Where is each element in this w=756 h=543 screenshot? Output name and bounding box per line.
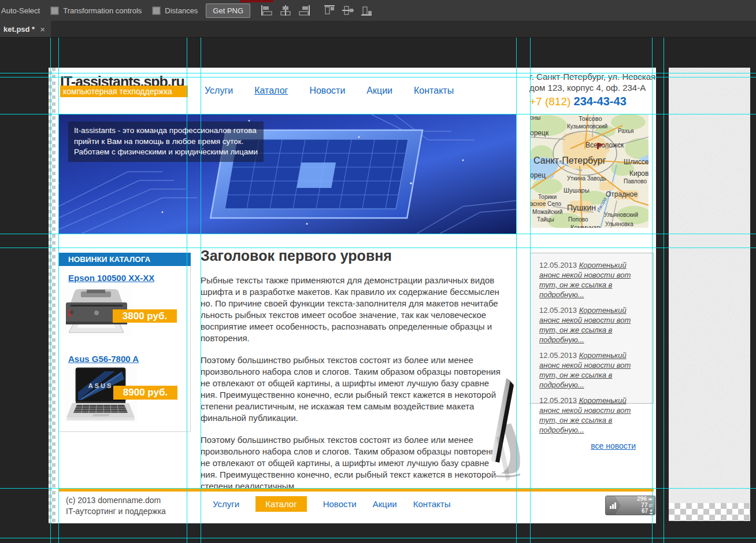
guide[interactable] (0, 538, 756, 538)
visit-counter[interactable]: 296 77⇄ 67 (605, 496, 655, 515)
titlebar-red-strip (240, 0, 273, 2)
phone-code: +7 (812) (529, 95, 570, 108)
guide[interactable] (530, 37, 531, 543)
hero-text: It-assistants - это команда профессионал… (68, 121, 264, 162)
footer-nav-akcii[interactable]: Акции (373, 499, 397, 509)
footer-divider (58, 489, 654, 492)
nav-kontakty[interactable]: Контакты (414, 86, 454, 96)
guide[interactable] (0, 77, 756, 77)
map-label: Уткина Заводь (567, 175, 606, 182)
news-item: 12.05.2013 Коротенький анонс некой новос… (539, 350, 648, 390)
map-label: Попово (568, 216, 588, 223)
guide[interactable] (201, 37, 201, 543)
news-item: 12.05.2013 Коротенький анонс некой новос… (539, 396, 648, 435)
nav-uslugi[interactable]: Услуги (205, 86, 233, 96)
nav-akcii[interactable]: Акции (366, 86, 392, 96)
get-png-button[interactable]: Get PNG (206, 3, 250, 18)
map-label: Павлово (624, 178, 647, 184)
map-label: Киров (629, 169, 648, 178)
article-title: Заголовок первого уровня (201, 248, 490, 264)
transparency-checker-bottom (669, 503, 750, 521)
checkbox-icon[interactable] (152, 6, 161, 15)
align-middle-vertical-icon[interactable] (342, 5, 354, 16)
tab-close-icon[interactable]: × (40, 25, 45, 34)
guide[interactable] (0, 488, 756, 489)
document-tab-title: ket.psd * (3, 25, 35, 34)
document-tabbar: ket.psd * × (0, 21, 756, 38)
website-mockup: IT-assistants.spb.ru компьютерная техпод… (55, 68, 656, 523)
guide[interactable] (187, 37, 187, 543)
transparency-checker-left (49, 68, 55, 523)
map-label: Ульяновский (604, 212, 638, 218)
map-label: орецк (530, 129, 549, 137)
guide[interactable] (50, 37, 51, 543)
news-date: 12.05.2013 (539, 351, 577, 360)
news-date: 12.05.2013 (539, 396, 577, 405)
align-bottom-icon[interactable] (360, 5, 373, 16)
distances-checkbox[interactable]: Distances (152, 6, 198, 15)
align-top-icon[interactable] (323, 5, 336, 16)
map-label: Токсово (579, 115, 602, 122)
price-badge: 3800 руб. (113, 309, 177, 323)
align-right-icon[interactable] (298, 5, 310, 16)
guide[interactable] (0, 73, 756, 73)
map-label: Шлиссе (624, 158, 648, 166)
footer-nav-katalog[interactable]: Каталог (255, 496, 307, 512)
product-link-epson[interactable]: Epson 100500 XX-XX (68, 273, 154, 283)
guide[interactable] (516, 37, 517, 543)
monitor-image (487, 377, 525, 483)
map-label: Рахья (618, 128, 634, 134)
guide[interactable] (58, 37, 59, 543)
noise-texture-strip (669, 68, 750, 503)
map-label: орец (530, 171, 546, 179)
guide[interactable] (0, 248, 756, 248)
guide[interactable] (0, 114, 756, 114)
map-label: Отрадное (606, 190, 638, 198)
map-label: Коммунар (570, 224, 601, 228)
guide[interactable] (0, 234, 756, 234)
options-toolbar: Auto-Select Transformation controls Dist… (0, 0, 756, 21)
article-paragraph: Поэтому большинство рыбных текстов состо… (201, 434, 490, 492)
price-badge: 8900 руб. (113, 386, 177, 400)
counter-hosts: 67 (642, 508, 648, 515)
align-center-horizontal-icon[interactable] (279, 5, 292, 16)
transformation-controls-checkbox[interactable]: Transformation controls (50, 6, 142, 15)
map-label: Всеволожск (585, 141, 624, 149)
footer-nav-novosti[interactable]: Новости (323, 499, 357, 509)
align-left-icon[interactable] (261, 5, 273, 16)
map-label: асное Село (530, 201, 561, 207)
hero-banner: It-assistants - это команда профессионал… (58, 114, 516, 234)
canvas[interactable]: IT-assistants.spb.ru компьютерная техпод… (0, 37, 756, 543)
guide[interactable] (664, 37, 664, 543)
product-link-asus[interactable]: Asus G56-7800 A (68, 354, 139, 364)
footer-nav-kontakty[interactable]: Контакты (413, 499, 451, 509)
map-label: оны (530, 114, 540, 121)
article-paragraph: Поэтому большинство рыбных текстов состо… (201, 354, 490, 424)
map-label-city: Санкт-Петербург (533, 156, 606, 166)
catalog-box: Epson 100500 XX-XX 3800 руб. (58, 266, 191, 432)
nav-katalog[interactable]: Каталог (254, 86, 288, 96)
document-tab[interactable]: ket.psd * × (0, 21, 51, 37)
map-label: Тайцы (537, 216, 554, 223)
checkbox-icon[interactable] (50, 6, 59, 15)
auto-select-label[interactable]: Auto-Select (1, 6, 40, 15)
counter-chart-icon (606, 496, 621, 515)
map-label: Можайский (532, 209, 562, 215)
city-map[interactable]: Токсово Кузьмоловский Рахья орецк Всевол… (530, 114, 648, 228)
map-label: Пушкин (567, 203, 596, 212)
guide[interactable] (652, 37, 653, 543)
map-label: Кузьмоловский (567, 123, 607, 130)
article-paragraph: Рыбные тексты также применяются для демо… (201, 275, 490, 344)
address: г. Санкт-Петербург, ул. Невская дом 123,… (529, 71, 655, 93)
nav-novosti[interactable]: Новости (309, 86, 345, 96)
distances-label: Distances (165, 6, 198, 15)
all-news-link[interactable]: все новости (591, 441, 636, 450)
catalog-header: НОВИНКИ КАТАЛОГА (58, 253, 191, 266)
transformation-controls-label: Transformation controls (63, 6, 142, 15)
news-item: 12.05.2013 Коротенький анонс некой новос… (539, 260, 648, 300)
footer-nav-uslugi[interactable]: Услуги (213, 499, 239, 509)
news-box: 12.05.2013 Коротенький анонс некой новос… (530, 253, 654, 404)
svg-text:ASUS: ASUS (88, 382, 113, 389)
noise-texture (669, 68, 750, 503)
main-nav: Услуги Каталог Новости Акции Контакты (205, 86, 454, 96)
